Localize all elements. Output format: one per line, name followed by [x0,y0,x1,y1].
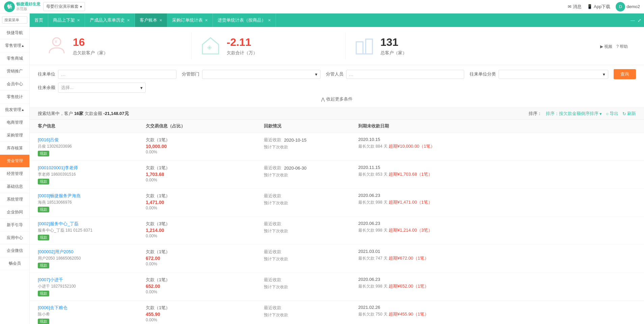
chevron-down-icon: ▾ [603,72,605,77]
sidebar-item-system[interactable]: 系统管理 [0,193,29,206]
recovery-cell: 最近收款 预计下次收款 [264,221,358,234]
sidebar-item-operations[interactable]: 经营管理 [0,168,29,180]
overdue-link[interactable]: 超期¥1,703.68（1笔） [389,172,432,177]
dept-select[interactable]: ▾ [202,70,320,79]
manager-dots: ... [349,72,354,77]
source-unit-dots: ... [61,72,66,77]
recovery-date: 2020-10-15 [284,138,307,143]
stat-total-customers: 131 总客户（家） ▶ 视频 ? 帮助 [345,32,636,59]
overdue-link[interactable]: 超期¥10,000.00（1笔） [389,144,435,149]
recovery-label: 最近收款 [264,137,281,143]
chevron-down-icon: ▾ [315,72,317,77]
sidebar-item-app_center[interactable]: 应用中心 [0,232,29,244]
stat-debt-info: 16 总欠款客户（家） [73,36,108,56]
refresh-button[interactable]: ↻ 刷新 [622,111,636,117]
sidebar-item-basic_info[interactable]: 基础信息 [0,180,29,193]
debt-label: 欠款（3笔） [146,221,264,227]
customer-name-link[interactable]: [0003]畅捷服务尹海燕 [38,193,81,198]
help-button[interactable]: ? 帮助 [616,44,628,50]
next-payment: 预计下次收款 [264,228,358,234]
top-bar-right: ✉ 消息 📱 App下载 D demo2 [568,2,640,11]
next-payment: 预计下次收款 [264,172,358,178]
overdue-link[interactable]: 超期¥455.90（1笔） [389,312,429,317]
customer-name-link[interactable]: [0006]去下粮仓 [38,305,67,310]
tab-close-icon[interactable]: ✕ [77,18,80,23]
export-button[interactable]: ○ 导出 [606,111,618,117]
tab-label: 产成品入库单历史 [90,17,125,23]
sidebar-item-inventory[interactable]: 库存核算 [0,142,29,155]
sidebar-item-member_vip[interactable]: 畅会员 [0,257,29,270]
tab-close-icon[interactable]: ✕ [268,18,271,23]
sidebar: 快捷导航零售管理▲零售商城营销推广会员中心零售统计批发管理▲电商管理采购管理库存… [0,13,30,324]
debt-percent: 0.00% [146,178,264,182]
results-prefix: 搜索结果中，客户 [38,111,73,116]
customer-name-link[interactable]: [0001020001]李老师 [38,165,78,170]
customer-name-link[interactable]: [0002]服务中心_丁磊 [38,221,79,226]
tab-products[interactable]: 商品上下架✕ [48,13,85,27]
tab-production[interactable]: 产成品入库单历史✕ [85,13,135,27]
industry-selector[interactable]: 母婴行业演示账套 ▾ [43,2,85,11]
collapse-button[interactable]: ⋀ 收起更多条件 [38,96,636,102]
tab-purchase_order[interactable]: 采购订单统计表✕ [167,13,213,27]
sidebar-item-corp_wechat[interactable]: 企业微信 [0,244,29,257]
video-button[interactable]: ▶ 视频 [600,44,612,50]
tab-close-icon[interactable]: ✕ [127,18,130,23]
collapse-label: 收起更多条件 [326,96,353,102]
tab-stock_stats[interactable]: 进货单统计表（按商品）✕ [213,13,276,27]
due-date-cell: 2020.10.15 最长欠款 884 天 超期¥10,000.00（1笔） [358,137,636,149]
sidebar-item-quick_nav[interactable]: 快捷导航 [0,27,29,39]
sidebar-item-ecommerce[interactable]: 电商管理 [0,116,29,129]
tab-close-icon[interactable]: ✕ [205,18,208,23]
sidebar-item-enterprise[interactable]: 企业协同 [0,206,29,219]
manager-input[interactable]: ... [346,70,465,79]
table-row: [000002]用户2050 用户2050 18665062050 现款 欠款（… [30,245,644,273]
due-date-value: 2020.06.23 [358,277,636,282]
overdue-link[interactable]: 超期¥672.00（1笔） [389,256,429,261]
sidebar-item-new_guide[interactable]: 新手引导 [0,219,29,232]
sidebar-item-retail_stats[interactable]: 零售统计 [0,91,29,104]
overdue-link[interactable]: 超期¥652.00（1笔） [389,284,429,289]
balance-select[interactable]: 选择... ▾ [58,83,146,93]
search-button[interactable]: 查询 [614,69,636,79]
customer-name-link[interactable]: [000002]用户2050 [38,249,74,254]
sidebar-item-member_center[interactable]: 会员中心 [0,78,29,91]
sidebar-item-marketing[interactable]: 营销推广 [0,65,29,78]
minimize-icon[interactable]: — [631,18,635,23]
tab-customer_account[interactable]: 客户账本✕ [135,13,167,27]
sidebar-item-retail_mall[interactable]: 零售商城 [0,52,29,65]
app-download-button[interactable]: 📱 App下载 [587,4,610,10]
overdue-info: 最长欠款 998 天 超期¥1,471.00（1笔） [358,199,636,205]
overdue-link[interactable]: 超期¥1,214.00（3笔） [389,228,432,233]
debt-info-cell: 欠款（1笔） 652.00 0.00% [146,277,264,294]
table-row: [0001020001]李老师 李老师 18600391516 现款 欠款（1笔… [30,161,644,189]
unit-category-select[interactable]: ▾ [499,70,608,79]
sidebar-item-batch_mgmt[interactable]: 批发管理▲ [0,104,29,116]
stat-amount-info: -2.11 欠款合计（万） [227,36,257,56]
balance-label: 往来余额 [38,85,55,91]
top-bar-left: 畅 畅捷通好生意 示范版 母婴行业演示账套 ▾ [4,1,85,12]
sidebar-item-capital[interactable]: 资金管理 [0,155,29,168]
sidebar-search-input[interactable] [2,16,27,24]
customer-name-link[interactable]: [0007]小进千 [38,277,63,282]
overdue-info: 最长欠款 998 天 超期¥1,214.00（3笔） [358,227,636,233]
sort-selector[interactable]: 排序：按欠款金额倒序排序 ▾ [546,111,602,117]
tab-home[interactable]: 首页 [30,13,48,27]
results-actions: 排序： 排序：按欠款金额倒序排序 ▾ ○ 导出 ↻ 刷新 [529,111,636,117]
overdue-link[interactable]: 超期¥1,471.00（1笔） [389,200,432,205]
results-debt-total: -21,148.07元 [103,111,129,116]
tab-close-icon[interactable]: ✕ [159,18,162,23]
tab-label: 客户账本 [140,17,157,23]
sidebar-item-purchase[interactable]: 采购管理 [0,129,29,142]
debt-amount-icon: ◈ [200,35,221,57]
export-icon: ○ [606,111,609,116]
user-profile[interactable]: D demo2 [616,2,640,11]
brand-name: 畅捷通好生意 [16,2,40,6]
customer-name-link[interactable]: [0016]吕俊 [38,137,59,142]
maximize-icon[interactable]: ⤢ [638,18,641,23]
source-unit-input[interactable]: ... [58,70,176,79]
tab-label: 进货单统计表（按商品） [218,17,266,23]
customer-info-cell: [000002]用户2050 用户2050 18665062050 现款 [38,249,146,268]
sidebar-item-retail_mgmt[interactable]: 零售管理▲ [0,39,29,52]
message-button[interactable]: ✉ 消息 [568,4,582,10]
debt-amount: 1,703.68 [146,172,264,177]
